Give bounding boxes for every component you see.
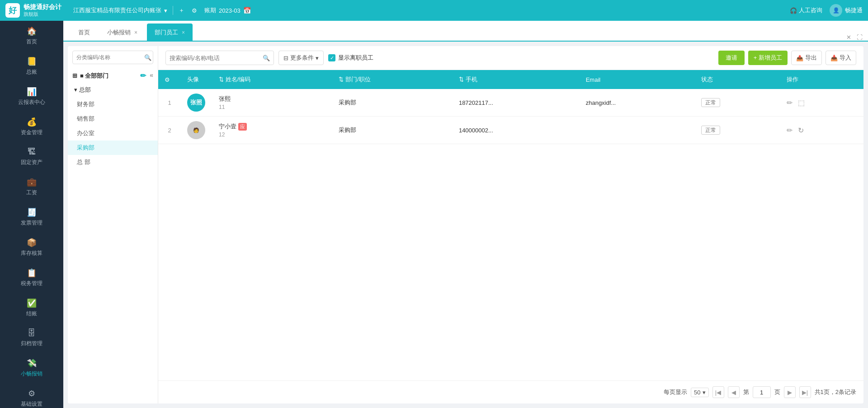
employee-panel: 🔍 ⊟ 更多条件 ▾ ✓ 显示离职员工 邀请 + 新增员工 bbox=[158, 46, 863, 403]
col-status: 状态 bbox=[695, 70, 780, 89]
status-badge-2: 正常 bbox=[701, 126, 720, 135]
close-window-icon[interactable]: ✕ bbox=[846, 34, 851, 41]
sidebar-label-tax: 税务管理 bbox=[21, 280, 42, 287]
col-avatar: 头像 bbox=[181, 70, 212, 89]
total-label: 共1页，2条记录 bbox=[815, 388, 856, 396]
import-button[interactable]: 📥 导入 bbox=[826, 51, 856, 65]
add-employee-button[interactable]: + 新增员工 bbox=[748, 51, 788, 65]
dept-item-office[interactable]: 办公室 bbox=[68, 126, 158, 141]
edit-icon-2[interactable]: ✏ bbox=[787, 126, 793, 135]
filter-button[interactable]: ⊟ 更多条件 ▾ bbox=[278, 51, 324, 65]
sidebar-label-settle: 结账 bbox=[26, 310, 37, 318]
sidebar-item-reports[interactable]: 📊 云报表中心 bbox=[0, 81, 63, 112]
show-resigned-label: 显示离职员工 bbox=[338, 54, 373, 62]
tab-home-label: 首页 bbox=[78, 28, 90, 37]
sidebar-item-funds[interactable]: 💰 资金管理 bbox=[0, 112, 63, 142]
row-email-2 bbox=[580, 117, 695, 144]
invite-button[interactable]: 邀请 bbox=[718, 51, 745, 65]
show-resigned-toggle[interactable]: ✓ 显示离职员工 bbox=[328, 54, 373, 62]
dept-item-general[interactable]: 总 部 bbox=[68, 155, 158, 169]
dept-edit-icon[interactable]: ✏ bbox=[140, 71, 146, 80]
last-page-button[interactable]: ▶| bbox=[799, 386, 811, 398]
import-icon: 📥 bbox=[830, 55, 838, 61]
employee-search-box[interactable]: 🔍 bbox=[165, 51, 274, 65]
tab-dept[interactable]: 部门员工 × bbox=[147, 23, 193, 41]
dropdown-icon: ▾ bbox=[164, 7, 167, 14]
sidebar-item-settings[interactable]: ⚙ 基础设置 bbox=[0, 383, 63, 408]
service-button[interactable]: 🎧 人工咨询 bbox=[790, 6, 822, 14]
prev-page-button[interactable]: ◀ bbox=[728, 386, 740, 398]
sidebar-label-salary: 工资 bbox=[26, 189, 37, 197]
tab-expense-close[interactable]: × bbox=[134, 29, 137, 36]
ledger-icon: 📒 bbox=[27, 56, 37, 66]
sidebar-item-ledger[interactable]: 📒 总账 bbox=[0, 51, 63, 81]
sidebar-item-home[interactable]: 🏠 首页 bbox=[0, 21, 63, 51]
action-icons-2: ✏ ↻ bbox=[787, 126, 857, 135]
expand-window-icon[interactable]: ⛶ bbox=[857, 34, 863, 41]
settings-icon[interactable]: ⚙ bbox=[192, 7, 197, 14]
per-page-select[interactable]: 50 ▾ bbox=[691, 388, 708, 397]
salary-icon: 💼 bbox=[27, 177, 37, 187]
calendar-icon[interactable]: 📅 bbox=[243, 7, 251, 14]
sidebar-label-settings: 基础设置 bbox=[21, 400, 42, 408]
page-label: 第 bbox=[743, 388, 749, 396]
tab-home[interactable]: 首页 bbox=[71, 23, 98, 41]
edit-icon-1[interactable]: ✏ bbox=[787, 98, 793, 107]
sidebar-label-archive: 归档管理 bbox=[21, 340, 42, 347]
sidebar-item-expense[interactable]: 💸 小畅报销 bbox=[0, 353, 63, 383]
logo-sub: 旗舰版 bbox=[24, 11, 61, 18]
sidebar-item-archive[interactable]: 🗄 归档管理 bbox=[0, 323, 63, 353]
sidebar-item-inventory[interactable]: 📦 库存核算 bbox=[0, 232, 63, 263]
filter-label: 更多条件 bbox=[290, 54, 314, 62]
table-settings-icon[interactable]: ⚙ bbox=[165, 76, 170, 83]
sidebar-item-tax[interactable]: 📋 税务管理 bbox=[0, 263, 63, 293]
tax-icon: 📋 bbox=[27, 268, 37, 278]
sidebar: 🏠 首页 📒 总账 📊 云报表中心 💰 资金管理 🏗 固定资产 💼 工资 🧾 发… bbox=[0, 21, 63, 408]
row-name-2: 宁小壹 应 12 bbox=[212, 117, 332, 144]
row-avatar-1: 张照 bbox=[181, 89, 212, 117]
col-name[interactable]: ⇅ 姓名/编码 bbox=[212, 70, 332, 89]
show-resigned-checkbox[interactable]: ✓ bbox=[328, 54, 335, 61]
employee-search-input[interactable] bbox=[170, 55, 263, 61]
sidebar-item-invoice[interactable]: 🧾 发票管理 bbox=[0, 202, 63, 232]
sidebar-item-settle[interactable]: ✅ 结账 bbox=[0, 293, 63, 323]
dept-collapse-icon[interactable]: « bbox=[150, 71, 153, 80]
dept-all-label[interactable]: ■ 全部部门 bbox=[80, 72, 108, 80]
account-period: 账期 2023-03 📅 bbox=[204, 6, 251, 14]
page-input[interactable] bbox=[753, 386, 771, 398]
delete-icon-1[interactable]: ⬚ bbox=[798, 98, 805, 107]
row-dept-2: 采购部 bbox=[332, 117, 452, 144]
refresh-icon-2[interactable]: ↻ bbox=[798, 126, 804, 135]
next-page-button[interactable]: ▶ bbox=[784, 386, 796, 398]
sidebar-label-reports: 云报表中心 bbox=[18, 98, 45, 106]
funds-icon: 💰 bbox=[27, 117, 37, 127]
sidebar-item-assets[interactable]: 🏗 固定资产 bbox=[0, 142, 63, 172]
tab-expense[interactable]: 小畅报销 × bbox=[99, 23, 145, 41]
sidebar-label-ledger: 总账 bbox=[26, 68, 37, 76]
user-info[interactable]: 👤 畅捷通 bbox=[830, 4, 863, 17]
status-badge-1: 正常 bbox=[701, 98, 720, 107]
first-page-button[interactable]: |◀ bbox=[712, 386, 724, 398]
invoice-icon: 🧾 bbox=[27, 207, 37, 217]
dept-item-sales[interactable]: 销售部 bbox=[68, 112, 158, 126]
per-page-label: 每页显示 bbox=[664, 388, 687, 396]
dept-item-purchase[interactable]: 采购部 bbox=[68, 141, 158, 155]
emp-name-1: 张熙 bbox=[219, 95, 326, 103]
tab-dept-close[interactable]: × bbox=[182, 29, 185, 36]
dept-item-finance[interactable]: 财务部 bbox=[68, 97, 158, 112]
tab-window-controls: ✕ ⛶ bbox=[846, 34, 868, 41]
sidebar-item-salary[interactable]: 💼 工资 bbox=[0, 172, 63, 202]
export-button[interactable]: 📤 导出 bbox=[791, 51, 822, 65]
add-icon[interactable]: ＋ bbox=[179, 6, 184, 14]
col-dept[interactable]: ⇅ 部门/职位 bbox=[332, 70, 452, 89]
company-name: 江西服宝精品有限责任公司内账张 bbox=[73, 6, 161, 14]
account-period-value: 2023-03 bbox=[219, 7, 241, 14]
dept-search-input[interactable] bbox=[76, 54, 144, 61]
dept-search-box[interactable]: 🔍 bbox=[72, 51, 153, 64]
col-phone[interactable]: ⇅ 手机 bbox=[453, 70, 580, 89]
col-settings[interactable]: ⚙ bbox=[158, 70, 181, 89]
company-selector[interactable]: 江西服宝精品有限责任公司内账张 ▾ bbox=[73, 6, 167, 14]
export-label: 导出 bbox=[805, 54, 817, 62]
col-action: 操作 bbox=[780, 70, 863, 89]
logo-icon: 好 bbox=[5, 3, 20, 18]
